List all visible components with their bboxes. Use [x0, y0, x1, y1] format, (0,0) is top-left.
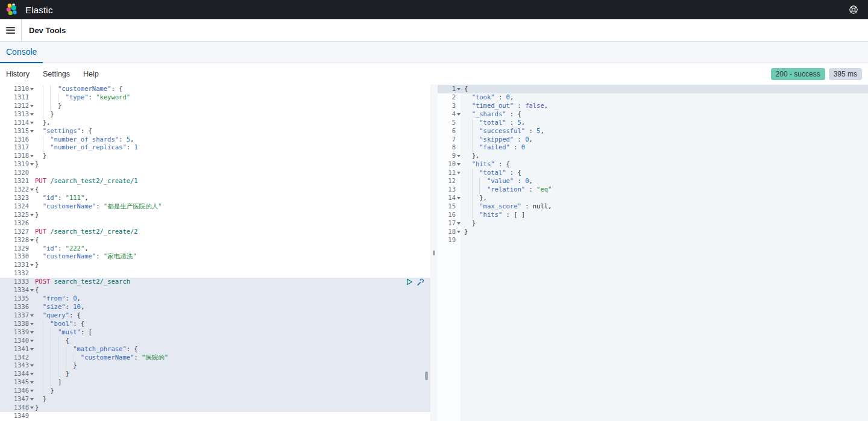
line-number: 3: [438, 102, 456, 110]
settings-button[interactable]: Settings: [43, 70, 70, 78]
line-number: 18: [438, 228, 456, 236]
wrench-icon[interactable]: [417, 278, 424, 286]
request-editor-line[interactable]: 1316"number_of_shards": 5,: [0, 136, 430, 144]
code-text: "hits" : [ ]: [461, 211, 868, 219]
code-text: "hits" : {: [461, 160, 868, 169]
fold-arrow-icon[interactable]: [30, 130, 34, 133]
help-button[interactable]: [845, 1, 862, 18]
request-editor-line[interactable]: 1340{: [0, 337, 430, 345]
request-editor-line[interactable]: 1347}: [0, 395, 430, 404]
request-editor-line[interactable]: 1336"size": 10,: [0, 303, 430, 311]
response-line: 2"took" : 0,: [438, 93, 868, 102]
fold-arrow-icon[interactable]: [457, 155, 461, 157]
help-menu-button[interactable]: Help: [83, 70, 99, 78]
request-editor-line[interactable]: 1328{: [0, 236, 430, 245]
history-button[interactable]: History: [6, 70, 30, 78]
fold-arrow-icon[interactable]: [457, 88, 461, 90]
request-editor-line[interactable]: 1321PUT /search_test2/_create/1: [0, 177, 430, 186]
request-editor-line[interactable]: 1325}: [0, 211, 430, 219]
request-editor-line[interactable]: 1335"from": 0,: [0, 295, 430, 303]
request-editor-line[interactable]: 1315"settings": {: [0, 127, 430, 136]
request-editor-line[interactable]: 1345]: [0, 378, 430, 387]
fold-arrow-icon[interactable]: [30, 348, 34, 351]
request-editor-line[interactable]: 1348}: [0, 404, 430, 412]
fold-arrow-icon[interactable]: [30, 214, 34, 216]
fold-arrow-icon[interactable]: [30, 373, 34, 375]
request-editor-line[interactable]: 1323"id": "111",: [0, 194, 430, 202]
request-editor-line[interactable]: 1319}: [0, 160, 430, 169]
editor-scrollbar-thumb[interactable]: [425, 372, 428, 380]
fold-arrow-icon[interactable]: [457, 113, 461, 116]
fold-arrow-icon[interactable]: [30, 289, 34, 292]
request-editor-line[interactable]: 1344}: [0, 370, 430, 378]
fold-arrow-icon[interactable]: [30, 163, 34, 166]
elastic-logo[interactable]: [6, 3, 19, 16]
request-editor-line[interactable]: 1310"customerName": {: [0, 85, 430, 93]
fold-arrow-icon[interactable]: [30, 239, 34, 242]
fold-arrow-icon[interactable]: [30, 88, 34, 90]
code-text: "took" : 0,: [461, 93, 868, 102]
nav-menu-button[interactable]: [0, 19, 21, 41]
send-request-icon[interactable]: [406, 278, 413, 285]
resize-handle-icon: ‖: [433, 249, 436, 257]
fold-arrow-icon[interactable]: [30, 381, 34, 384]
fold-arrow-icon[interactable]: [30, 155, 34, 157]
panel-resizer[interactable]: ‖: [430, 84, 438, 421]
tab-bar: Console: [0, 42, 868, 63]
fold-arrow-icon[interactable]: [30, 390, 34, 392]
request-editor-line[interactable]: 1313}: [0, 110, 430, 119]
request-editor-line[interactable]: 1312}: [0, 102, 430, 110]
request-editor-line[interactable]: 1343}: [0, 361, 430, 370]
request-editor-line[interactable]: 1324"customerName": "都是生产医院的人": [0, 202, 430, 211]
code-text: "total" : {: [461, 169, 868, 177]
request-editor-line[interactable]: 1333POST search_test2/_search: [0, 278, 430, 286]
request-editor-line[interactable]: 1314},: [0, 119, 430, 127]
request-editor-line[interactable]: 1331}: [0, 261, 430, 269]
fold-arrow-icon[interactable]: [30, 364, 34, 367]
fold-arrow-icon[interactable]: [457, 172, 461, 174]
code-text: }: [35, 160, 430, 169]
fold-arrow-icon[interactable]: [30, 331, 34, 334]
fold-arrow-icon[interactable]: [30, 340, 34, 342]
request-editor-line[interactable]: 1334{: [0, 286, 430, 295]
request-editor-line[interactable]: 1332: [0, 269, 430, 278]
request-editor-line[interactable]: 1341"match_phrase": {: [0, 345, 430, 354]
request-editor-line[interactable]: 1322{: [0, 186, 430, 194]
code-text: },: [461, 152, 868, 160]
request-editor[interactable]: 1310"customerName": {1311"type": "keywor…: [0, 84, 430, 421]
request-editor-line[interactable]: 1311"type": "keyword": [0, 93, 430, 102]
request-editor-line[interactable]: 1318}: [0, 152, 430, 160]
fold-arrow-icon[interactable]: [30, 398, 34, 401]
fold-arrow-icon[interactable]: [457, 163, 461, 166]
request-editor-line[interactable]: 1330"customerName": "家电清洗": [0, 252, 430, 261]
code-text: "number_of_shards": 5,: [35, 136, 430, 144]
line-number: 1345: [0, 378, 29, 387]
fold-arrow-icon[interactable]: [30, 105, 34, 107]
request-editor-line[interactable]: 1349: [0, 412, 430, 420]
fold-arrow-icon[interactable]: [30, 264, 34, 266]
tab-console[interactable]: Console: [0, 42, 43, 63]
code-text: "bool": {: [35, 320, 430, 328]
fold-arrow-icon[interactable]: [30, 189, 34, 191]
fold-arrow-icon[interactable]: [30, 314, 34, 317]
line-number: 1337: [0, 311, 29, 320]
fold-arrow-icon[interactable]: [457, 231, 461, 233]
request-editor-line[interactable]: 1339"must": [: [0, 328, 430, 337]
code-text: "_shards" : {: [461, 110, 868, 119]
request-editor-line[interactable]: 1329"id": "222",: [0, 245, 430, 253]
request-editor-line[interactable]: 1338"bool": {: [0, 320, 430, 328]
request-editor-line[interactable]: 1346}: [0, 387, 430, 395]
request-editor-line[interactable]: 1342"customerName": "医院的": [0, 354, 430, 362]
fold-arrow-icon[interactable]: [457, 222, 461, 225]
fold-arrow-icon[interactable]: [30, 323, 34, 325]
fold-arrow-icon[interactable]: [30, 122, 34, 124]
fold-arrow-icon[interactable]: [457, 197, 461, 199]
line-number: 1317: [0, 143, 29, 152]
request-editor-line[interactable]: 1327PUT /search_test2/_create/2: [0, 228, 430, 236]
request-editor-line[interactable]: 1320: [0, 169, 430, 177]
fold-arrow-icon[interactable]: [30, 407, 34, 409]
fold-arrow-icon[interactable]: [30, 113, 34, 116]
request-editor-line[interactable]: 1326: [0, 219, 430, 228]
request-editor-line[interactable]: 1337"query": {: [0, 311, 430, 320]
request-editor-line[interactable]: 1317"number_of_replicas": 1: [0, 143, 430, 152]
